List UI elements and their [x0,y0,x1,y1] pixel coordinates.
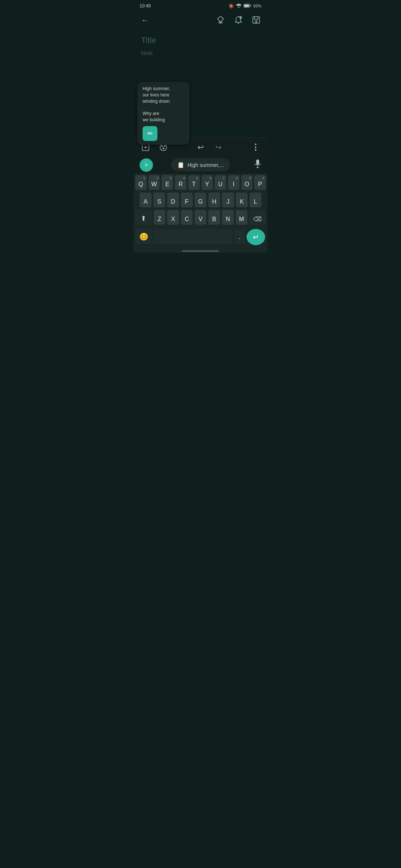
expand-keyboard-button[interactable]: > [140,158,153,172]
key-u[interactable]: 7U [215,175,226,191]
more-options-button[interactable]: ⋮ [250,141,261,153]
key-m[interactable]: M [236,210,248,226]
period-key[interactable]: . [234,229,245,245]
key-v[interactable]: V [195,210,206,226]
key-s[interactable]: S [153,193,165,208]
top-bar-left: ← [140,15,150,25]
space-key[interactable] [153,229,232,245]
key-j[interactable]: J [222,193,234,208]
keyboard-row-1: 1Q 2W 3E 4R 5T 6Y 7U 8I 9O 0P [134,175,267,191]
key-h[interactable]: H [208,193,220,208]
svg-rect-20 [256,160,259,165]
svg-rect-3 [250,5,251,6]
key-d[interactable]: D [167,193,179,208]
shift-key[interactable]: ⬆ [135,210,152,226]
mute-icon: 🔕 [229,4,234,9]
battery-percent: 93% [253,4,261,8]
clipboard-suggestion[interactable]: 📋 High summer,... [171,158,230,171]
keyboard-row-3: ⬆ Z X C V B N M ⌫ [134,210,267,226]
keyboard: 1Q 2W 3E 4R 5T 6Y 7U 8I 9O 0P A S D F G … [134,174,267,248]
save-button[interactable] [251,15,261,25]
undo-button[interactable]: ↩ [195,141,206,153]
spacer2 [230,141,244,153]
status-time: 10:49 [140,3,151,9]
key-n[interactable]: N [222,210,234,226]
autocorrect-text: High summer, our lives here winding down… [143,86,184,123]
delete-key[interactable]: ⌫ [249,210,266,226]
reminder-button[interactable]: + [233,15,244,25]
svg-point-16 [160,144,167,151]
suggestion-row: > 📋 High summer,... [134,157,267,174]
key-l[interactable]: L [250,193,261,208]
key-b[interactable]: B [208,210,220,226]
home-indicator [134,248,267,253]
key-z[interactable]: Z [154,210,166,226]
key-a[interactable]: A [140,193,151,208]
status-bar: 10:49 🔕 93% [134,0,267,10]
key-r[interactable]: 4R [175,175,186,191]
key-i[interactable]: 8I [228,175,239,191]
status-icons: 🔕 93% [229,4,261,9]
autocorrect-popup: High summer, our lives here winding down… [137,82,189,145]
clipboard-icon: 📋 [177,161,185,168]
note-body-placeholder[interactable]: Note [141,50,260,56]
redo-button[interactable]: ↪ [212,141,224,153]
note-title-placeholder[interactable]: Title [141,36,260,45]
key-e[interactable]: 3E [162,175,173,191]
key-f[interactable]: F [181,193,193,208]
keyboard-bottom-row: 😊 . ↵ [134,227,267,248]
emoji-key[interactable]: 😊 [136,229,151,245]
key-x[interactable]: X [167,210,179,226]
back-button[interactable]: ← [140,15,150,25]
key-y[interactable]: 6Y [202,175,213,191]
wifi-icon [236,4,241,9]
key-c[interactable]: C [181,210,193,226]
home-bar [182,250,219,252]
mic-button[interactable] [254,159,261,171]
key-p[interactable]: 0P [254,175,266,191]
top-bar: ← + [134,10,267,30]
svg-point-17 [162,146,163,147]
battery-icon [244,4,251,9]
key-t[interactable]: 5T [188,175,200,191]
svg-point-18 [164,146,165,147]
key-k[interactable]: K [236,193,248,208]
key-o[interactable]: 9O [241,175,253,191]
top-bar-right: + [215,15,261,25]
key-q[interactable]: 1Q [135,175,147,191]
key-g[interactable]: G [195,193,206,208]
svg-point-0 [238,7,239,8]
svg-point-19 [163,148,164,149]
pin-button[interactable] [215,15,226,25]
enter-key[interactable]: ↵ [247,229,265,245]
autocorrect-edit-button[interactable]: ✏ [143,126,157,141]
svg-rect-2 [244,4,249,7]
keyboard-row-2: A S D F G H J K L [134,193,267,208]
key-w[interactable]: 2W [149,175,160,191]
clipboard-text: High summer,... [188,162,224,168]
